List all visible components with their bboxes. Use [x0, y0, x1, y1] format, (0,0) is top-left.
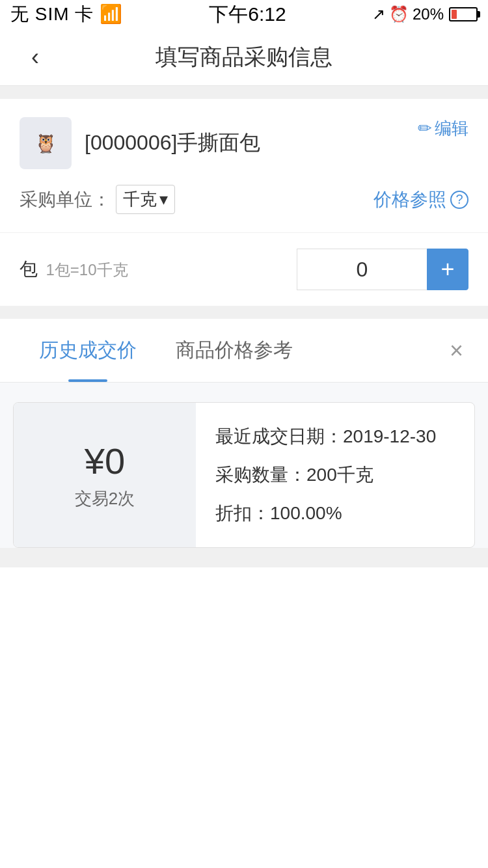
- quantity-input[interactable]: 0: [297, 249, 427, 290]
- qty-value: 200千克: [306, 465, 373, 485]
- close-icon: ×: [450, 337, 463, 364]
- status-bar: 无 SIM 卡 📶 下午6:12 ↗ ⏰ 20%: [0, 0, 488, 29]
- purchase-qty-row: 采购数量：200千克: [215, 462, 455, 487]
- transaction-count: 交易2次: [75, 487, 135, 510]
- price-reference-button[interactable]: 价格参照 ?: [373, 187, 468, 212]
- product-thumbnail: 🦉: [20, 117, 72, 169]
- qty-controls: 0 +: [297, 249, 468, 290]
- status-left: 无 SIM 卡 📶: [10, 2, 123, 27]
- back-button[interactable]: ‹: [20, 42, 51, 73]
- unit-select[interactable]: 千克 ▾: [116, 185, 175, 214]
- tabs-nav: 历史成交价 商品价格参考: [20, 319, 312, 382]
- price-amount: ¥0: [85, 440, 125, 482]
- edit-icon: ✏: [418, 118, 432, 139]
- price-ref-label: 价格参照: [373, 187, 446, 212]
- product-name: [0000006]手撕面包: [85, 129, 260, 157]
- unit-section: 采购单位： 千克 ▾: [20, 185, 175, 214]
- quantity-row: 包 1包=10千克 0 +: [0, 232, 488, 306]
- discount-label: 折扣：: [215, 503, 270, 523]
- product-card: 🦉 [0000006]手撕面包 ✏ 编辑 采购单位： 千克 ▾ 价格参照 ?: [0, 99, 488, 232]
- tab-product-price-ref[interactable]: 商品价格参考: [156, 319, 312, 382]
- nav-bar: ‹ 填写商品采购信息: [0, 29, 488, 86]
- qty-label-section: 包 1包=10千克: [20, 257, 128, 282]
- price-card: ¥0 交易2次 最近成交日期：2019-12-30 采购数量：200千克 折扣：…: [13, 402, 475, 548]
- info-icon: ?: [450, 191, 468, 209]
- discount-value: 100.00%: [270, 503, 342, 523]
- tab-historical-price[interactable]: 历史成交价: [20, 319, 156, 382]
- qty-label: 采购数量：: [215, 465, 306, 485]
- edit-button[interactable]: ✏ 编辑: [418, 117, 468, 140]
- unit-value: 千克: [123, 188, 157, 211]
- tabs-close-button[interactable]: ×: [444, 332, 468, 370]
- price-details: 最近成交日期：2019-12-30 采购数量：200千克 折扣：100.00%: [196, 403, 474, 547]
- recent-date-row: 最近成交日期：2019-12-30: [215, 424, 455, 449]
- package-conversion: 1包=10千克: [46, 261, 128, 278]
- location-icon: ↗: [372, 5, 385, 23]
- product-header: 🦉 [0000006]手撕面包 ✏ 编辑: [20, 117, 468, 169]
- product-meta: 采购单位： 千克 ▾ 价格参照 ?: [20, 185, 468, 214]
- product-info: 🦉 [0000006]手撕面包: [20, 117, 260, 169]
- tabs-section: 历史成交价 商品价格参考 × ¥0 交易2次 最近成交日期：2019-12-30…: [0, 319, 488, 548]
- alarm-icon: ⏰: [389, 5, 409, 23]
- package-label: 包: [20, 259, 38, 279]
- qty-plus-button[interactable]: +: [427, 249, 468, 290]
- battery-icon: [448, 7, 478, 21]
- product-thumb-icon: 🦉: [34, 133, 57, 154]
- discount-row: 折扣：100.00%: [215, 500, 455, 526]
- currency-symbol: ¥: [85, 441, 105, 481]
- page-title: 填写商品采购信息: [51, 42, 437, 72]
- status-right: ↗ ⏰ 20%: [372, 5, 478, 23]
- unit-label: 采购单位：: [20, 187, 111, 212]
- amount-value: 0: [105, 441, 125, 481]
- battery-percent: 20%: [413, 5, 444, 23]
- recent-date-label: 最近成交日期：: [215, 426, 343, 446]
- page-bottom: [0, 567, 488, 868]
- plus-icon: +: [441, 256, 454, 283]
- back-icon: ‹: [31, 44, 39, 71]
- tabs-header: 历史成交价 商品价格参考 ×: [0, 319, 488, 383]
- status-time: 下午6:12: [209, 1, 286, 28]
- price-summary: ¥0 交易2次: [14, 403, 196, 547]
- dropdown-icon: ▾: [159, 189, 168, 210]
- recent-date-value: 2019-12-30: [343, 426, 436, 446]
